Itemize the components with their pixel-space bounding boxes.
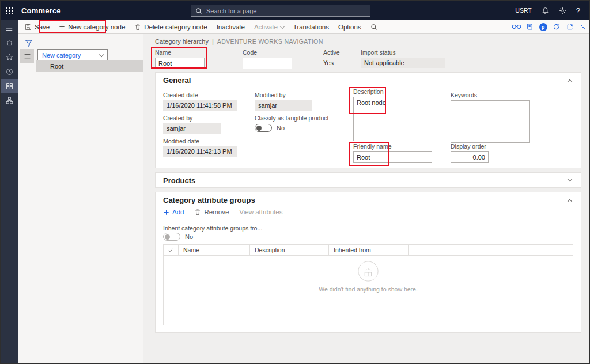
rail-modules-button[interactable]: [1, 79, 18, 93]
modified-date-label: Modified date: [163, 138, 237, 145]
friendly-name-label: Friendly name: [353, 143, 432, 150]
list-icon: [24, 52, 31, 60]
refresh-button[interactable]: [550, 20, 563, 34]
main-content: Category hierarchy | ADVENTURE WORKS NAV…: [143, 34, 589, 363]
remove-label: Remove: [204, 208, 229, 215]
close-button[interactable]: [576, 20, 589, 34]
task-recorder-icon: [512, 24, 521, 30]
column-header-inherited-from[interactable]: Inherited from: [329, 245, 409, 255]
expand-navigation-button[interactable]: [1, 21, 18, 35]
open-new-window-icon: [566, 24, 573, 31]
left-nav-rail: [1, 20, 18, 363]
created-date-label: Created date: [163, 92, 237, 98]
display-order-input[interactable]: [451, 151, 489, 163]
select-all-check-icon[interactable]: [164, 245, 179, 255]
products-section-header[interactable]: Products: [156, 173, 581, 188]
column-header-description[interactable]: Description: [250, 245, 329, 255]
task-recorder-button[interactable]: [510, 20, 523, 34]
global-search-input[interactable]: [206, 7, 366, 14]
name-field: Name: [155, 49, 205, 69]
help-icon[interactable]: ?: [576, 6, 580, 15]
import-status-label: Import status: [361, 49, 445, 56]
power-apps-button[interactable]: p: [536, 20, 550, 34]
trash-icon: [134, 24, 141, 31]
recent-clock-icon: [6, 68, 13, 75]
category-attribute-groups-header[interactable]: Category attribute groups: [156, 192, 581, 207]
name-input[interactable]: [155, 58, 205, 69]
keywords-label: Keywords: [451, 92, 530, 98]
close-icon: [580, 24, 586, 30]
classify-tangible-toggle[interactable]: [255, 124, 272, 132]
created-by-value: samjar: [163, 123, 221, 134]
active-field: Active Yes: [323, 49, 340, 66]
empty-state-icon: [357, 260, 379, 282]
options-label: Options: [338, 24, 361, 31]
modified-by-value: samjar: [255, 100, 312, 111]
inherit-attribute-groups-label: Inherit category attribute groups fro...: [163, 225, 262, 232]
filter-button[interactable]: [22, 37, 35, 50]
app-title: Commerce: [21, 6, 61, 15]
description-textarea[interactable]: Root node: [353, 97, 432, 141]
attribute-groups-toolbar: Add Remove View attributes: [163, 208, 283, 215]
rail-hierarchy-button[interactable]: [1, 93, 18, 107]
inactivate-label: Inactivate: [217, 24, 245, 31]
keywords-textarea[interactable]: [451, 100, 530, 143]
options-button[interactable]: Options: [334, 20, 366, 34]
collapse-chevron-icon: [568, 79, 572, 84]
user-id-label[interactable]: USRT: [515, 7, 531, 14]
new-category-dropdown[interactable]: New category: [37, 49, 108, 62]
tree-item-root[interactable]: Root: [36, 60, 143, 72]
table-header-row: Name Description Inherited from: [164, 245, 573, 256]
general-section-title: General: [163, 76, 191, 85]
search-icon: [195, 7, 202, 14]
trash-icon: [194, 208, 201, 215]
code-label: Code: [243, 49, 292, 56]
rail-recent-button[interactable]: [1, 65, 18, 78]
delete-category-node-button[interactable]: Delete category node: [130, 20, 211, 34]
action-bar: Save New category node Delete category n…: [18, 20, 589, 34]
description-field: Description Root node: [353, 88, 432, 141]
activate-button[interactable]: Activate: [249, 20, 289, 34]
add-button[interactable]: Add: [163, 208, 184, 215]
app-launcher-button[interactable]: [1, 1, 18, 20]
notifications-bell-icon[interactable]: [542, 7, 549, 14]
action-bar-search-button[interactable]: [366, 20, 382, 34]
global-search-box[interactable]: [191, 5, 370, 17]
general-section-header[interactable]: General: [156, 73, 581, 88]
new-category-node-button[interactable]: New category node: [54, 20, 130, 34]
settings-gear-icon[interactable]: [559, 7, 566, 14]
products-section: Products: [155, 172, 581, 188]
column-header-name[interactable]: Name: [179, 245, 250, 255]
column-header-filler: [409, 245, 573, 255]
translations-button[interactable]: Translations: [289, 20, 334, 34]
power-apps-icon: p: [539, 23, 547, 31]
friendly-name-input[interactable]: [353, 151, 432, 163]
breadcrumb-form-caption[interactable]: Category hierarchy: [155, 38, 209, 45]
display-order-field: Display order: [451, 143, 489, 163]
view-attributes-button[interactable]: View attributes: [239, 208, 282, 215]
inactivate-button[interactable]: Inactivate: [212, 20, 249, 34]
guide-button[interactable]: [523, 20, 536, 34]
code-input[interactable]: [243, 58, 292, 69]
search-icon: [370, 24, 377, 31]
save-button[interactable]: Save: [20, 20, 54, 34]
rail-favorites-button[interactable]: [1, 50, 18, 64]
chevron-down-icon: [99, 52, 104, 57]
app-window: Commerce USRT ?: [0, 0, 590, 364]
tree-list-view-button[interactable]: [20, 49, 34, 63]
general-section: General Created date 1/16/2020 11:41:58 …: [155, 72, 581, 168]
classify-tangible-value: No: [277, 124, 285, 131]
rail-home-button[interactable]: [1, 36, 18, 50]
friendly-name-field: Friendly name: [353, 143, 432, 163]
hamburger-icon: [5, 24, 13, 32]
inherit-attribute-groups-value: No: [185, 233, 193, 240]
breadcrumb: Category hierarchy | ADVENTURE WORKS NAV…: [155, 38, 323, 45]
remove-button[interactable]: Remove: [194, 208, 229, 215]
guide-book-icon: [526, 23, 534, 31]
empty-state-message: We didn't find anything to show here.: [319, 286, 418, 293]
active-label: Active: [323, 49, 340, 56]
keywords-field: Keywords: [451, 92, 530, 143]
inherit-attribute-groups-toggle[interactable]: [163, 233, 180, 241]
open-new-window-button[interactable]: [563, 20, 576, 34]
new-category-node-label: New category node: [68, 24, 125, 31]
